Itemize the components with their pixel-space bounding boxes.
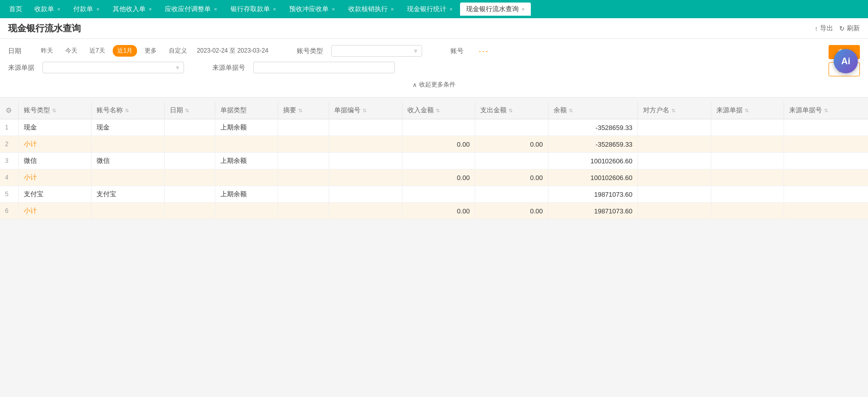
close-tab-2[interactable]: ×	[149, 6, 152, 12]
nav-tab-5[interactable]: 预收冲应收单 ×	[283, 3, 341, 16]
filter-row-1: 日期 昨天 今天 近7天 近1月 更多 自定义 2023-02-24 至 202…	[8, 45, 820, 57]
cell-source-doc	[711, 119, 784, 136]
table-row[interactable]: 3微信微信上期余额100102606.60	[0, 153, 868, 169]
close-tab-7[interactable]: ×	[449, 6, 452, 12]
th-doc-no: 单据编号 ⇅	[329, 102, 402, 119]
nav-tab-3[interactable]: 应收应付调整单 ×	[159, 3, 223, 16]
cell-counterparty	[638, 136, 711, 153]
cell-account-name: 支付宝	[92, 186, 165, 203]
cell-doc-type	[215, 203, 278, 219]
date-btn-custom[interactable]: 自定义	[164, 45, 192, 57]
export-button[interactable]: ↑ 导出	[815, 24, 834, 33]
date-btn-yesterday[interactable]: 昨天	[36, 45, 58, 57]
table-row[interactable]: 5支付宝支付宝上期余额19871073.60	[0, 186, 868, 203]
top-navigation: 首页 收款单 × 付款单 × 其他收入单 × 应收应付调整单 × 银行存取款单 …	[0, 0, 868, 18]
sort-icon-counterparty: ⇅	[671, 108, 675, 113]
close-tab-5[interactable]: ×	[332, 6, 335, 12]
cell-doc-no	[329, 119, 402, 136]
cell-doc-no	[329, 136, 402, 153]
nav-tab-6[interactable]: 收款核销执行 ×	[342, 3, 400, 16]
cell-account-name: 微信	[92, 153, 165, 169]
th-summary: 摘要 ⇅	[278, 102, 329, 119]
cell-counterparty	[638, 186, 711, 203]
sort-icon-account-name: ⇅	[125, 108, 129, 113]
date-btn-1month[interactable]: 近1月	[113, 45, 138, 57]
nav-tab-2[interactable]: 其他收入单 ×	[107, 3, 158, 16]
date-btn-today[interactable]: 今天	[61, 45, 82, 57]
cell-account-type: 微信	[18, 153, 92, 169]
cell-income	[402, 153, 475, 169]
cell-expense	[475, 119, 549, 136]
cell-balance: 100102606.60	[548, 169, 637, 186]
cell-source-doc	[711, 153, 784, 169]
th-doc-type: 单据类型	[215, 102, 278, 119]
cell-doc-type	[215, 169, 278, 186]
cell-doc-no	[329, 203, 402, 219]
table-row[interactable]: 4小计0.000.00100102606.60	[0, 169, 868, 186]
source-doc-num-label: 来源单据号	[212, 63, 245, 72]
gear-icon[interactable]: ⚙	[6, 106, 12, 114]
close-tab-0[interactable]: ×	[57, 6, 60, 12]
source-doc-select[interactable]: ▾	[42, 62, 184, 73]
collapse-bar[interactable]: ∧ 收起更多条件	[8, 78, 860, 91]
cell-doc-type: 上期余额	[215, 153, 278, 169]
th-income: 收入金额 ⇅	[402, 102, 475, 119]
cell-source-doc-no	[784, 153, 868, 169]
cell-source-doc	[711, 203, 784, 219]
nav-tab-4[interactable]: 银行存取款单 ×	[224, 3, 282, 16]
nav-tab-1[interactable]: 付款单 ×	[67, 3, 105, 16]
source-doc-num-input[interactable]	[253, 62, 395, 73]
table-row[interactable]: 2小计0.000.00-3528659.33	[0, 136, 868, 153]
account-type-label: 账号类型	[297, 47, 323, 56]
cell-expense: 0.00	[475, 203, 549, 219]
nav-tab-8[interactable]: 现金银行流水查询 ×	[460, 3, 531, 16]
main-table: ⚙ 账号类型 ⇅ 账号名称 ⇅ 日期	[0, 102, 868, 219]
close-tab-4[interactable]: ×	[273, 6, 276, 12]
table-row[interactable]: 1现金现金上期余额-3528659.33	[0, 119, 868, 136]
cell-balance: -3528659.33	[548, 119, 637, 136]
cell-income	[402, 119, 475, 136]
date-btn-7days[interactable]: 近7天	[85, 45, 110, 57]
table-header-row: ⚙ 账号类型 ⇅ 账号名称 ⇅ 日期	[0, 102, 868, 119]
row-number: 1	[0, 119, 18, 136]
filter-area: 日期 昨天 今天 近7天 近1月 更多 自定义 2023-02-24 至 202…	[0, 39, 868, 98]
sort-icon-balance: ⇅	[569, 108, 573, 113]
cell-doc-type	[215, 136, 278, 153]
cell-date	[164, 203, 215, 219]
close-tab-6[interactable]: ×	[391, 6, 394, 12]
cell-counterparty	[638, 169, 711, 186]
cell-counterparty	[638, 119, 711, 136]
date-range-display: 2023-02-24 至 2023-03-24	[197, 47, 268, 55]
cell-account-name: 现金	[92, 119, 165, 136]
sort-icon-expense: ⇅	[509, 108, 513, 113]
sort-icon-date: ⇅	[185, 108, 189, 113]
ai-assistant-button[interactable]: Ai	[834, 49, 858, 73]
cell-summary	[278, 203, 329, 219]
th-account-name: 账号名称 ⇅	[92, 102, 165, 119]
close-tab-1[interactable]: ×	[96, 6, 99, 12]
close-tab-8[interactable]: ×	[522, 6, 525, 12]
sort-icon-income: ⇅	[436, 108, 440, 113]
th-balance: 余额 ⇅	[548, 102, 637, 119]
cell-doc-type: 上期余额	[215, 186, 278, 203]
th-counterparty: 对方户名 ⇅	[638, 102, 711, 119]
account-type-select[interactable]: ▾	[331, 45, 422, 57]
nav-tab-7[interactable]: 现金银行统计 ×	[401, 3, 459, 16]
source-doc-label: 来源单据	[8, 63, 34, 72]
cell-balance: 19871073.60	[548, 203, 637, 219]
table-row[interactable]: 6小计0.000.0019871073.60	[0, 203, 868, 219]
sort-icon-source-doc-no: ⇅	[824, 108, 828, 113]
nav-home[interactable]: 首页	[4, 3, 27, 16]
date-btn-more[interactable]: 更多	[140, 45, 161, 57]
close-tab-3[interactable]: ×	[214, 6, 217, 12]
chevron-down-icon-2: ▾	[176, 64, 179, 71]
cell-source-doc	[711, 186, 784, 203]
nav-tab-0[interactable]: 收款单 ×	[28, 3, 66, 16]
account-more-btn[interactable]: ···	[479, 47, 489, 56]
export-icon: ↑	[815, 25, 818, 32]
cell-account-type: 现金	[18, 119, 92, 136]
cell-account-name	[92, 169, 165, 186]
refresh-button[interactable]: ↻ 刷新	[839, 24, 860, 33]
cell-account-type: 小计	[18, 169, 92, 186]
account-label: 账号	[450, 47, 471, 56]
